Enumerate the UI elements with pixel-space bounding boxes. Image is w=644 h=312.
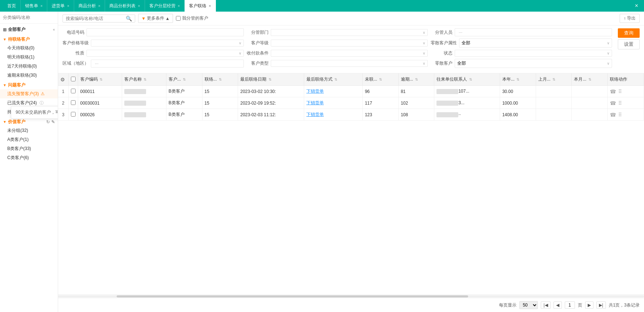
region-select[interactable]: ··· xyxy=(91,60,244,68)
row-last-contact-method[interactable]: 下销货单 xyxy=(304,86,363,97)
last-page-button[interactable]: ▶| xyxy=(596,301,606,309)
col-header-last-contact-method[interactable]: 最后联络方式 ⇅ xyxy=(304,73,363,86)
nav-tab-analysis-list[interactable]: 商品分析列表 × xyxy=(105,0,145,12)
sidebar-item-b-class[interactable]: B类客户(33) xyxy=(0,144,58,153)
settings-icon[interactable]: ⚙ xyxy=(60,77,65,82)
sparse-attr-select[interactable]: 全部 ∨ xyxy=(459,39,612,48)
filter-field-sparse-attr: 零散客户属性 全部 ∨ xyxy=(431,39,612,48)
col-header-uncontacted[interactable]: 未联... ⇅ xyxy=(362,73,398,86)
sidebar-group-pending[interactable]: ▼ 待联络客户 xyxy=(0,34,58,44)
sidebar-item-overdue[interactable]: 逾期未联络(30) xyxy=(0,71,58,80)
col-header-last-contact-date[interactable]: 最后联络日期 ⇅ xyxy=(238,73,304,86)
my-customers-checkbox[interactable] xyxy=(176,16,181,21)
price-grade-select[interactable]: ∨ xyxy=(91,40,244,46)
row-last-contact-method[interactable]: 下销货单 xyxy=(304,109,363,121)
chevron-down-icon: ∨ xyxy=(239,51,241,55)
customer-type-select[interactable]: ∨ xyxy=(271,60,428,67)
settings-col-header[interactable]: ⚙ xyxy=(58,73,68,86)
dots-icon[interactable]: ··· xyxy=(457,30,464,35)
manager-select[interactable]: ··· xyxy=(455,28,612,36)
close-icon[interactable]: × xyxy=(98,4,100,8)
nav-tab-customer-tier[interactable]: 客户分层经营 × xyxy=(145,0,185,12)
sidebar-item-a-class[interactable]: A类客户(1) xyxy=(0,135,58,144)
row-checkbox-cell[interactable] xyxy=(68,86,78,97)
col-header-this-year[interactable]: 本年... ⇅ xyxy=(500,73,536,86)
sidebar-item-churn-warning[interactable]: 流失预警客户(3) ⚠ xyxy=(0,89,58,98)
dept-select[interactable]: ∨ xyxy=(271,29,428,36)
export-button[interactable]: ↑ 导出 xyxy=(620,14,640,23)
sparse-select[interactable]: 全部 ∨ xyxy=(455,59,612,68)
nav-tab-sales[interactable]: 销售单 × xyxy=(21,0,47,12)
col-header-overdue[interactable]: 逾期... ⇅ xyxy=(398,73,434,86)
close-icon[interactable]: × xyxy=(40,4,43,8)
settings-button[interactable]: 设置 xyxy=(618,39,640,49)
filter-search-input[interactable] xyxy=(66,16,126,21)
nav-tab-customer-contact[interactable]: 客户联络 × xyxy=(185,0,216,12)
col-header-name[interactable]: 客户名称 ⇅ xyxy=(122,73,166,86)
row-checkbox[interactable] xyxy=(71,112,76,117)
contact-icon[interactable]: ☎ xyxy=(610,100,616,106)
checkbox-col-header[interactable] xyxy=(68,73,78,86)
row-contact-count: 15 xyxy=(202,86,238,97)
contact-method-link[interactable]: 下销货单 xyxy=(306,89,324,94)
page-size-select[interactable]: 50 100 200 xyxy=(519,301,538,309)
col-header-code[interactable]: 客户编码 ⇅ xyxy=(78,73,122,86)
more-conditions-button[interactable]: ▼ 更多条件 ▲ xyxy=(138,14,173,23)
more-icon[interactable]: ⠿ xyxy=(618,112,622,118)
filter-search-icon[interactable]: 🔍 xyxy=(126,16,132,21)
close-icon[interactable]: × xyxy=(209,4,211,8)
more-icon[interactable]: ⠿ xyxy=(618,100,622,106)
col-header-unit-contact[interactable]: 往来单位联系人 ⇅ xyxy=(434,73,500,86)
more-icon[interactable]: ⠿ xyxy=(618,89,622,94)
row-last-contact-method[interactable]: 下销货单 xyxy=(304,97,363,109)
select-all-checkbox[interactable] xyxy=(71,77,76,81)
col-header-this-month[interactable]: 本月... ⇅ xyxy=(572,73,608,86)
nav-tab-analysis[interactable]: 商品分析 × xyxy=(74,0,105,12)
my-customers-checkbox-label[interactable]: 我分管的客户 xyxy=(176,15,208,21)
nav-tab-purchase[interactable]: 进货单 × xyxy=(47,0,74,12)
chevron-down-icon: ∨ xyxy=(423,61,425,65)
close-all-button[interactable]: × xyxy=(632,3,641,9)
sidebar-item-today[interactable]: 今天待联络(0) xyxy=(0,44,58,53)
scrollbar-track[interactable] xyxy=(58,295,644,297)
scrollbar-thumb[interactable] xyxy=(117,295,468,297)
sort-icon: ⇅ xyxy=(219,77,222,81)
contact-icon[interactable]: ☎ xyxy=(610,89,616,94)
sidebar-item-7days[interactable]: 近7天待联络(0) xyxy=(0,62,58,71)
row-checkbox-cell[interactable] xyxy=(68,97,78,109)
query-button[interactable]: 查询 xyxy=(618,28,640,38)
row-checkbox-cell[interactable] xyxy=(68,109,78,121)
close-icon[interactable]: × xyxy=(178,4,180,8)
first-page-button[interactable]: |◀ xyxy=(541,301,550,309)
contact-icon[interactable]: ☎ xyxy=(610,112,616,118)
edit-icon[interactable]: ✎ xyxy=(51,119,55,125)
horizontal-scrollbar[interactable] xyxy=(58,294,644,298)
sidebar-group-problem[interactable]: ▼ 问题客户 xyxy=(0,80,58,89)
col-header-type[interactable]: 客户... ⇅ xyxy=(166,73,202,86)
row-checkbox[interactable] xyxy=(71,100,76,105)
close-icon[interactable]: × xyxy=(138,4,140,8)
sidebar-item-tomorrow[interactable]: 明天待联络(1) xyxy=(0,53,58,62)
contact-method-link[interactable]: 下销货单 xyxy=(306,112,324,117)
dots-icon[interactable]: ··· xyxy=(93,61,100,66)
sidebar-item-c-class[interactable]: C类客户(6) xyxy=(0,153,58,162)
nav-tab-home[interactable]: 首页 xyxy=(3,0,21,12)
sidebar-item-ungrouped[interactable]: 未分组(32) xyxy=(0,126,58,135)
sidebar-search-input[interactable] xyxy=(3,15,57,20)
status-select[interactable]: ∨ xyxy=(455,50,612,57)
col-header-contact-count[interactable]: 联络... ⇅ xyxy=(202,73,238,86)
col-header-last-month[interactable]: 上月... ⇅ xyxy=(536,73,572,86)
grade-select[interactable]: ∨ xyxy=(271,40,428,46)
collapse-icon[interactable]: « xyxy=(53,28,55,32)
refresh-icon[interactable]: ↻ xyxy=(46,119,50,125)
phone-input[interactable] xyxy=(86,28,244,36)
close-icon[interactable]: × xyxy=(67,4,69,8)
contact-method-link[interactable]: 下销货单 xyxy=(306,100,324,105)
row-checkbox[interactable] xyxy=(71,89,76,93)
page-number-input[interactable] xyxy=(565,301,575,309)
sidebar-root-label[interactable]: ⊞ 全部客户 « xyxy=(0,24,58,34)
next-page-button[interactable]: ▶ xyxy=(585,301,593,309)
nature-select[interactable]: ∨ xyxy=(86,50,244,57)
prev-page-button[interactable]: ◀ xyxy=(554,301,562,309)
payment-select[interactable]: ∨ xyxy=(271,50,428,57)
